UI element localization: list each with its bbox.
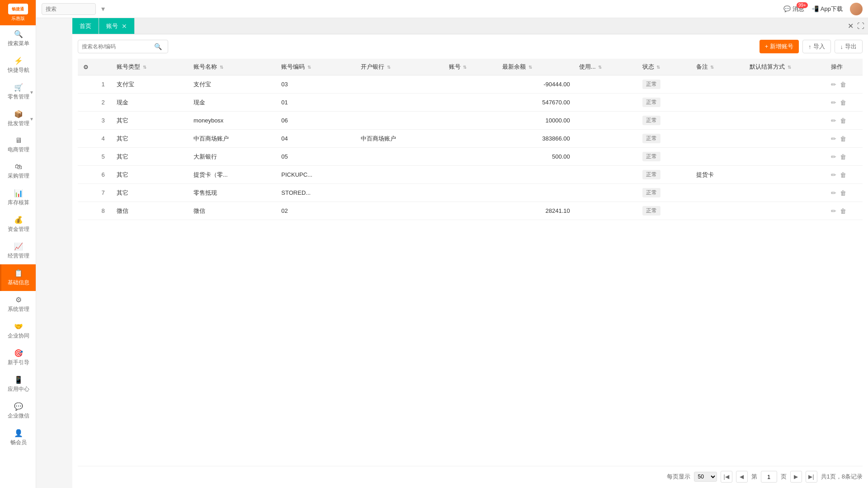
th-type[interactable]: 账号类型 ⇅ xyxy=(112,59,189,75)
td-account-no-2 xyxy=(444,112,498,130)
th-settlement-label: 默认结算方式 xyxy=(750,63,785,70)
sidebar-item-purchase[interactable]: 🛍 采购管理 xyxy=(0,158,36,184)
sidebar-item-quick-nav-label: 快捷导航 xyxy=(8,66,29,74)
first-page-button[interactable]: |◀ xyxy=(721,471,732,483)
td-actions-1: ✏ 🗑 xyxy=(826,94,863,112)
edit-btn-4[interactable]: ✏ xyxy=(831,153,836,160)
td-balance-0: -90444.00 xyxy=(498,75,575,94)
page-label: 第 xyxy=(751,473,757,481)
per-page-select[interactable]: 50 100 200 xyxy=(694,472,717,482)
th-status-label: 状态 xyxy=(642,63,654,70)
th-balance[interactable]: 最新余额 ⇅ xyxy=(498,59,575,75)
edit-btn-6[interactable]: ✏ xyxy=(831,189,836,197)
delete-btn-4[interactable]: 🗑 xyxy=(840,153,846,160)
edit-btn-2[interactable]: ✏ xyxy=(831,117,836,124)
th-name-sort: ⇅ xyxy=(220,65,223,70)
search-input[interactable] xyxy=(82,43,154,50)
edit-btn-0[interactable]: ✏ xyxy=(831,81,836,88)
td-bank-5 xyxy=(356,166,444,184)
sidebar-item-ecommerce[interactable]: 🖥 电商管理 xyxy=(0,132,36,158)
td-status-3: 正常 xyxy=(638,130,692,148)
td-balance-1: 547670.00 xyxy=(498,94,575,112)
edit-btn-3[interactable]: ✏ xyxy=(831,135,836,142)
import-icon: ↑ xyxy=(808,43,811,50)
last-page-button[interactable]: ▶| xyxy=(806,471,817,483)
sidebar-item-wholesale[interactable]: 📦 批发管理 ▼ xyxy=(0,105,36,132)
th-type-sort: ⇅ xyxy=(143,65,146,70)
sidebar-item-member[interactable]: 👤 畅会员 xyxy=(0,424,36,451)
import-button[interactable]: ↑ 导入 xyxy=(802,40,831,53)
app-download-button[interactable]: 📲 App下载 xyxy=(811,5,843,13)
sidebar-item-inventory[interactable]: 📊 库存核算 xyxy=(0,184,36,211)
sidebar-menu: 🔍 搜索菜单 ⚡ 快捷导航 🛒 零售管理 ▼ 📦 批发管理 ▼ 🖥 电商管理 🛍… xyxy=(0,25,36,488)
guide-icon: 🎯 xyxy=(14,349,23,357)
sidebar-item-enterprise-wechat[interactable]: 💬 企业微信 xyxy=(0,398,36,424)
th-bank[interactable]: 开户银行 ⇅ xyxy=(356,59,444,75)
td-actions-6: ✏ 🗑 xyxy=(826,184,863,202)
td-type-3: 其它 xyxy=(112,130,189,148)
td-usage-6 xyxy=(575,184,638,202)
td-setting-6 xyxy=(78,184,94,202)
tab-close-all-icon[interactable]: ✕ xyxy=(848,22,854,30)
td-status-5: 正常 xyxy=(638,166,692,184)
edit-btn-5[interactable]: ✏ xyxy=(831,171,836,178)
td-balance-6 xyxy=(498,184,575,202)
export-button[interactable]: ↓ 导出 xyxy=(835,40,863,53)
sidebar-item-finance[interactable]: 💰 资金管理 xyxy=(0,211,36,238)
search-icon: 🔍 xyxy=(154,43,162,50)
topbar-search-input[interactable] xyxy=(42,3,96,15)
topbar-dropdown-icon[interactable]: ▾ xyxy=(101,5,105,13)
td-setting-0 xyxy=(78,75,94,94)
add-account-button[interactable]: + 新增账号 xyxy=(760,40,799,53)
edit-btn-7[interactable]: ✏ xyxy=(831,207,836,215)
th-usage[interactable]: 使用... ⇅ xyxy=(575,59,638,75)
th-status[interactable]: 状态 ⇅ xyxy=(638,59,692,75)
delete-btn-3[interactable]: 🗑 xyxy=(840,135,846,142)
topbar: ▾ 💬 消息 99+ 📲 App下载 xyxy=(36,0,868,18)
delete-btn-6[interactable]: 🗑 xyxy=(840,189,846,197)
tab-account[interactable]: 账号 ✕ xyxy=(99,18,135,34)
user-avatar[interactable] xyxy=(850,3,863,15)
sidebar-item-system[interactable]: ⚙ 系统管理 xyxy=(0,291,36,318)
logo: 畅捷通 乐惠版 xyxy=(0,0,36,25)
delete-btn-1[interactable]: 🗑 xyxy=(840,99,846,106)
table-row: 6 其它 提货卡（零... PICKUPC... 正常 提货卡 ✏ 🗑 xyxy=(78,166,863,184)
sidebar-item-basic-info[interactable]: 📋 基础信息 xyxy=(0,264,36,291)
td-settlement-2 xyxy=(745,112,826,130)
th-code[interactable]: 账号编码 ⇅ xyxy=(277,59,356,75)
sidebar-item-retail[interactable]: 🛒 零售管理 ▼ xyxy=(0,79,36,105)
prev-page-button[interactable]: ◀ xyxy=(736,471,748,483)
tab-account-close[interactable]: ✕ xyxy=(122,23,127,30)
next-page-button[interactable]: ▶ xyxy=(790,471,802,483)
sidebar-item-retail-label: 零售管理 xyxy=(8,93,29,101)
table-row: 8 微信 微信 02 28241.10 正常 ✏ 🗑 xyxy=(78,202,863,220)
edit-btn-1[interactable]: ✏ xyxy=(831,99,836,106)
tab-home[interactable]: 首页 xyxy=(72,18,99,34)
delete-btn-0[interactable]: 🗑 xyxy=(840,81,846,88)
delete-btn-7[interactable]: 🗑 xyxy=(840,207,846,215)
td-remark-5: 提货卡 xyxy=(692,166,745,184)
sidebar-item-search-menu[interactable]: 🔍 搜索菜单 xyxy=(0,25,36,52)
td-settlement-5 xyxy=(745,166,826,184)
sidebar-item-guide[interactable]: 🎯 新手引导 xyxy=(0,344,36,371)
th-account-no[interactable]: 账号 ⇅ xyxy=(444,59,498,75)
sidebar-item-quick-nav[interactable]: ⚡ 快捷导航 xyxy=(0,52,36,79)
td-status-7: 正常 xyxy=(638,202,692,220)
th-settlement[interactable]: 默认结算方式 ⇅ xyxy=(745,59,826,75)
message-button[interactable]: 💬 消息 99+ xyxy=(783,5,804,13)
tab-fullscreen-icon[interactable]: ⛶ xyxy=(857,22,864,30)
td-usage-4 xyxy=(575,148,638,166)
delete-btn-5[interactable]: 🗑 xyxy=(840,171,846,178)
td-index-7: 8 xyxy=(94,202,112,220)
sidebar-item-app-center[interactable]: 📱 应用中心 xyxy=(0,371,36,398)
page-input[interactable] xyxy=(761,471,777,483)
th-name[interactable]: 账号名称 ⇅ xyxy=(189,59,277,75)
td-remark-2 xyxy=(692,112,745,130)
sidebar-item-operations[interactable]: 📈 经营管理 xyxy=(0,238,36,264)
td-bank-6 xyxy=(356,184,444,202)
sidebar-item-agreement[interactable]: 🤝 企业协同 xyxy=(0,318,36,344)
th-setting[interactable]: ⚙ xyxy=(78,59,94,75)
th-remark[interactable]: 备注 ⇅ xyxy=(692,59,745,75)
th-bank-sort: ⇅ xyxy=(387,65,391,70)
delete-btn-2[interactable]: 🗑 xyxy=(840,117,846,124)
